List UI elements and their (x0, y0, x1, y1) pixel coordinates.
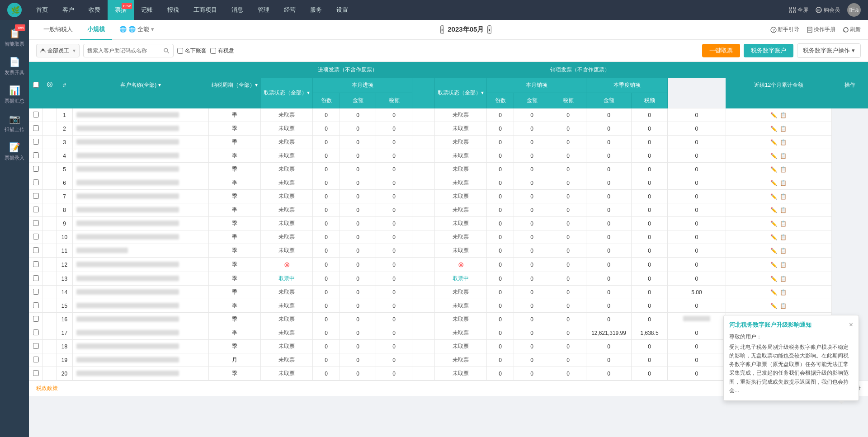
row-checkbox[interactable] (33, 329, 39, 335)
row-checkbox[interactable] (33, 112, 39, 117)
row-checkbox[interactable] (33, 343, 39, 349)
edit-icon[interactable]: ✏️ (770, 276, 777, 282)
sidebar-item-smart-ticket[interactable]: new 📋 智能取票 (0, 23, 29, 52)
cell-checkbox[interactable] (29, 299, 43, 313)
sidebar-item-invoice-open[interactable]: 📄 发票开具 (0, 52, 29, 80)
nav-tax[interactable]: 报税 (160, 0, 186, 20)
row-checkbox[interactable] (33, 370, 39, 376)
th-out-status[interactable]: 取票状态（全部）▾ (435, 78, 487, 108)
employee-select[interactable]: 全部员工 ▾ (36, 44, 80, 57)
tax-digital-account-btn[interactable]: 税务数字账户 (744, 44, 793, 57)
cell-checkbox[interactable] (29, 108, 43, 122)
cell-checkbox[interactable] (29, 326, 43, 340)
copy-icon[interactable]: 📋 (780, 262, 787, 268)
row-checkbox[interactable] (33, 139, 39, 145)
cell-checkbox[interactable] (29, 258, 43, 272)
cell-checkbox[interactable] (29, 313, 43, 326)
row-checkbox[interactable] (33, 179, 39, 185)
edit-icon[interactable]: ✏️ (770, 153, 777, 159)
edit-icon[interactable]: ✏️ (770, 126, 777, 132)
edit-icon[interactable]: ✏️ (770, 180, 777, 186)
nav-service[interactable]: 服务 (303, 0, 329, 20)
row-checkbox[interactable] (33, 234, 39, 240)
edit-icon[interactable]: ✏️ (770, 193, 777, 200)
copy-icon[interactable]: 📋 (780, 193, 787, 200)
cell-checkbox[interactable] (29, 203, 43, 217)
nav-business[interactable]: 工商项目 (186, 0, 224, 20)
cell-checkbox[interactable] (29, 136, 43, 149)
edit-icon[interactable]: ✏️ (770, 289, 777, 296)
cell-checkbox[interactable] (29, 286, 43, 299)
cell-checkbox[interactable] (29, 149, 43, 163)
copy-icon[interactable]: 📋 (780, 180, 787, 186)
row-checkbox[interactable] (33, 302, 39, 308)
copy-icon[interactable]: 📋 (780, 126, 787, 132)
row-checkbox[interactable] (33, 207, 39, 212)
row-checkbox[interactable] (33, 275, 39, 281)
tab-general-taxpayer[interactable]: 一般纳税人 (36, 20, 80, 40)
sidebar-item-invoice-summary[interactable]: 📊 票据汇总 (0, 80, 29, 109)
manual-link[interactable]: 操作手册 (807, 26, 835, 33)
search-input[interactable] (87, 47, 163, 54)
edit-icon[interactable]: ✏️ (770, 221, 777, 227)
fullscreen-btn[interactable]: 全屏 (789, 6, 808, 14)
row-checkbox[interactable] (33, 166, 39, 172)
member-btn[interactable]: 购 购会员 (816, 6, 840, 14)
one-click-ticket-btn[interactable]: 一键取票 (702, 44, 740, 57)
cell-checkbox[interactable] (29, 272, 43, 286)
tab-small-scale[interactable]: 小规模 (80, 20, 112, 40)
edit-icon[interactable]: ✏️ (770, 207, 777, 213)
copy-icon[interactable]: 📋 (780, 139, 787, 146)
row-checkbox[interactable] (33, 247, 39, 253)
nav-client[interactable]: 客户 (55, 0, 81, 20)
cell-checkbox[interactable] (29, 353, 43, 367)
row-checkbox[interactable] (33, 357, 39, 362)
nav-message[interactable]: 消息 (224, 0, 250, 20)
row-checkbox[interactable] (33, 316, 39, 322)
nav-home[interactable]: 首页 (29, 0, 55, 20)
th-in-status[interactable]: 取票状态（全部）▾ (261, 78, 313, 108)
cell-checkbox[interactable] (29, 244, 43, 258)
cell-checkbox[interactable] (29, 176, 43, 190)
edit-icon[interactable]: ✏️ (770, 303, 777, 309)
tab-all-capable[interactable]: 🌐 🌐 全能 ▾ (112, 20, 161, 40)
nav-management[interactable]: 管理 (250, 0, 277, 20)
next-month-btn[interactable]: › (487, 25, 491, 34)
cell-checkbox[interactable] (29, 340, 43, 353)
edit-icon[interactable]: ✏️ (770, 248, 777, 254)
cell-checkbox[interactable] (29, 217, 43, 230)
nav-bookkeeping[interactable]: 记账 (134, 0, 160, 20)
new-guide-link[interactable]: ? 新手引导 (770, 26, 799, 33)
notification-close-btn[interactable]: × (849, 321, 853, 329)
th-client-name[interactable]: 客户名称(全部) ▾ (73, 62, 209, 108)
cell-checkbox[interactable] (29, 122, 43, 136)
edit-icon[interactable]: ✏️ (770, 139, 777, 146)
row-checkbox[interactable] (33, 289, 39, 295)
copy-icon[interactable]: 📋 (780, 276, 787, 282)
tax-disk-checkbox[interactable] (210, 48, 216, 54)
copy-icon[interactable]: 📋 (780, 303, 787, 309)
edit-icon[interactable]: ✏️ (770, 112, 777, 118)
copy-icon[interactable]: 📋 (780, 221, 787, 227)
select-all-checkbox[interactable] (33, 82, 39, 88)
edit-icon[interactable]: ✏️ (770, 166, 777, 173)
cell-checkbox[interactable] (29, 163, 43, 176)
copy-icon[interactable]: 📋 (780, 166, 787, 173)
sidebar-item-scan-upload[interactable]: 📷 扫描上传 (0, 109, 29, 137)
nav-operation[interactable]: 经营 (277, 0, 303, 20)
cell-checkbox[interactable] (29, 230, 43, 244)
sidebar-item-invoice-entry[interactable]: 📝 票据录入 (0, 137, 29, 166)
sub-account-filter[interactable]: 名下账套 (177, 47, 207, 55)
th-tax-cycle[interactable]: 纳税周期（全部）▾ (209, 62, 261, 108)
copy-icon[interactable]: 📋 (780, 153, 787, 159)
row-checkbox[interactable] (33, 152, 39, 158)
row-checkbox[interactable] (33, 220, 39, 226)
edit-icon[interactable]: ✏️ (770, 234, 777, 240)
copy-icon[interactable]: 📋 (780, 248, 787, 254)
copy-icon[interactable]: 📋 (780, 234, 787, 240)
tax-disk-filter[interactable]: 有税盘 (210, 47, 234, 55)
cell-checkbox[interactable] (29, 190, 43, 203)
edit-icon[interactable]: ✏️ (770, 262, 777, 268)
row-checkbox[interactable] (33, 261, 39, 267)
copy-icon[interactable]: 📋 (780, 207, 787, 213)
